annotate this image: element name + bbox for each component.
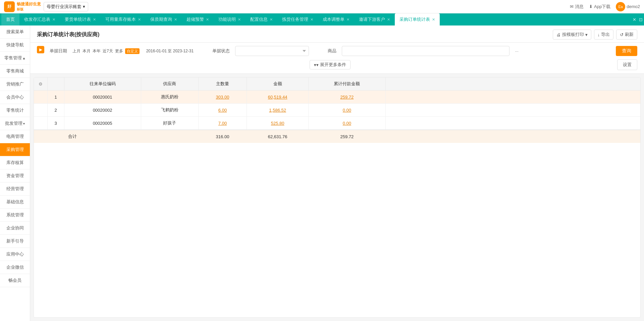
column-settings-icon[interactable]: ⚙ bbox=[39, 82, 43, 87]
shortcut-this-year[interactable]: 本年 bbox=[93, 48, 101, 54]
footer-label: 合计 bbox=[64, 130, 198, 143]
tab-chaochuyujing[interactable]: 超储预警 ✕ bbox=[182, 13, 214, 25]
export-button[interactable]: ↓ 导出 bbox=[594, 30, 614, 40]
sidebar-item-quicknav[interactable]: 快捷导航 bbox=[0, 39, 30, 52]
shortcut-more[interactable]: 更多 bbox=[115, 48, 123, 54]
close-icon[interactable]: ✕ bbox=[174, 17, 177, 22]
message-button[interactable]: ✉ 消息 bbox=[570, 4, 584, 10]
row-supplier: 飞鹤奶粉 bbox=[141, 104, 198, 117]
setting-button[interactable]: 设置 bbox=[617, 59, 637, 70]
tab-peizhi[interactable]: 配置信息 ✕ bbox=[246, 13, 277, 25]
filter-row-1: 单据日期 上月 本月 本年 近7天 更多 自定义 2016-01-01 至 20… bbox=[50, 46, 610, 56]
table-header-row: ⚙ 往来单位编码 供应商 主数量 金额 累计付款金额 bbox=[34, 77, 640, 91]
sidebar-item-finance[interactable]: 资金管理 bbox=[0, 169, 30, 182]
nav-close-icon[interactable]: ✕ bbox=[633, 17, 636, 22]
close-icon[interactable]: ✕ bbox=[206, 17, 209, 22]
sidebar-item-wholesale[interactable]: 批发管理 ▾ bbox=[0, 117, 30, 130]
sidebar-item-retailshop[interactable]: 零售商城 bbox=[0, 65, 30, 78]
sidebar-item-appcenter[interactable]: 应用中心 bbox=[0, 248, 30, 261]
nav-expand-icon[interactable]: ⊡ bbox=[639, 17, 643, 22]
index-col-header bbox=[47, 77, 64, 91]
row-amount[interactable]: 60,519.44 bbox=[247, 91, 309, 104]
tab-chengben[interactable]: 成本调整单 ✕ bbox=[318, 13, 354, 25]
close-icon[interactable]: ✕ bbox=[432, 17, 435, 22]
goods-more-icon[interactable]: ··· bbox=[515, 49, 519, 54]
tab-home[interactable]: 首页 bbox=[1, 13, 19, 25]
sidebar-item-enterprise[interactable]: 企业协同 bbox=[0, 222, 30, 235]
filter-query-section: 查询 设置 bbox=[616, 46, 637, 70]
row-paid[interactable]: 0.00 bbox=[309, 117, 385, 130]
tab-baozhiqi[interactable]: 保质期查询 ✕ bbox=[146, 13, 182, 25]
tab-yaohuo[interactable]: 要货单统计表 ✕ bbox=[60, 13, 101, 25]
refresh-button[interactable]: ↺ 刷新 bbox=[616, 30, 637, 40]
shortcut-7days[interactable]: 近7天 bbox=[103, 48, 113, 54]
sidebar-item-search[interactable]: 搜索菜单 bbox=[0, 25, 30, 39]
tab-keyong[interactable]: 可用量库存账本 ✕ bbox=[101, 13, 146, 25]
shortcut-this-month[interactable]: 本月 bbox=[83, 48, 91, 54]
filter-toggle[interactable]: ▶ bbox=[37, 46, 44, 53]
tab-yaoqing[interactable]: 邀请下游客户 ✕ bbox=[354, 13, 395, 25]
date-label: 单据日期 bbox=[50, 48, 67, 54]
row-qty[interactable]: 303.00 bbox=[198, 91, 247, 104]
tab-gongneng[interactable]: 功能说明 ✕ bbox=[214, 13, 246, 25]
user-area[interactable]: Ea demo2 bbox=[616, 2, 640, 11]
sidebar-item-marketing[interactable]: 营销推广 bbox=[0, 78, 30, 91]
tab-zhihuo-label: 拣货任务管理 bbox=[282, 16, 308, 22]
sidebar-item-operation[interactable]: 经营管理 bbox=[0, 182, 30, 196]
sidebar-item-sysmanage[interactable]: 系统管理 bbox=[0, 209, 30, 222]
close-icon[interactable]: ✕ bbox=[346, 17, 350, 22]
tab-zhihuo[interactable]: 拣货任务管理 ✕ bbox=[277, 13, 318, 25]
amount-col-header: 金额 bbox=[247, 77, 309, 91]
close-icon[interactable]: ✕ bbox=[52, 17, 55, 22]
close-icon[interactable]: ✕ bbox=[270, 17, 273, 22]
sidebar-item-ecommerce[interactable]: 电商管理 bbox=[0, 130, 30, 143]
close-icon[interactable]: ✕ bbox=[387, 17, 390, 22]
row-qty[interactable]: 6.00 bbox=[198, 104, 247, 117]
filter-section: ▶ 单据日期 上月 本月 本年 近7天 更多 自定义 2016-01-01 至 … bbox=[37, 46, 637, 70]
goods-input[interactable] bbox=[342, 46, 509, 56]
row-check[interactable] bbox=[34, 117, 47, 130]
sidebar-item-member[interactable]: 会员中心 bbox=[0, 91, 30, 104]
close-icon[interactable]: ✕ bbox=[93, 17, 96, 22]
row-paid[interactable]: 0.00 bbox=[309, 104, 385, 117]
close-icon[interactable]: ✕ bbox=[238, 17, 241, 22]
workspace-selector[interactable]: 母婴行业演示账套 ▾ bbox=[44, 2, 88, 11]
close-icon[interactable]: ✕ bbox=[138, 17, 141, 22]
username-label: demo2 bbox=[627, 4, 640, 9]
query-button[interactable]: 查询 bbox=[616, 46, 637, 56]
sidebar-item-basicinfo[interactable]: 基础信息 bbox=[0, 196, 30, 209]
app-download-button[interactable]: ⬇ App下载 bbox=[589, 4, 610, 10]
expand-icon: ▾▾ bbox=[314, 62, 319, 67]
tab-caigou[interactable]: 采购订单统计表 ✕ bbox=[395, 13, 440, 25]
date-range-display: 2016-01-01 至 2023-12-31 bbox=[146, 48, 194, 54]
sidebar-item-newguide[interactable]: 新手引导 bbox=[0, 235, 30, 248]
row-paid[interactable]: 259.72 bbox=[309, 91, 385, 104]
footer-extra bbox=[385, 130, 640, 143]
row-code: 00020005 bbox=[64, 117, 141, 130]
sidebar-item-purchase[interactable]: 采购管理 bbox=[0, 143, 30, 156]
status-select[interactable] bbox=[235, 46, 309, 56]
tab-yaoqing-label: 邀请下游客户 bbox=[359, 16, 385, 22]
row-amount[interactable]: 1,586.52 bbox=[247, 104, 309, 117]
workspace-label: 母婴行业演示账套 bbox=[47, 4, 82, 10]
tab-baozhiqi-label: 保质期查询 bbox=[150, 16, 172, 22]
row-check[interactable] bbox=[34, 91, 47, 104]
avatar: Ea bbox=[616, 2, 625, 11]
content-area: 采购订单统计表(按供应商) 🖨 按模板打印 ▾ ↓ 导出 ↺ 刷新 bbox=[30, 25, 644, 321]
sidebar-item-retailstat[interactable]: 零售统计 bbox=[0, 104, 30, 117]
sidebar-item-inventory[interactable]: 库存核算 bbox=[0, 156, 30, 169]
close-icon[interactable]: ✕ bbox=[310, 17, 313, 22]
row-amount[interactable]: 525.80 bbox=[247, 117, 309, 130]
expand-more-button[interactable]: ▾▾ 展开更多条件 bbox=[310, 60, 351, 69]
sidebar-item-enterprisewx[interactable]: 企业微信 bbox=[0, 261, 30, 274]
table-footer-row: 合计 316.00 62,631.76 259.72 bbox=[34, 130, 640, 143]
tab-shoufacun[interactable]: 收发存汇总表 ✕ bbox=[19, 13, 60, 25]
date-shortcuts: 上月 本月 本年 近7天 更多 自定义 bbox=[72, 48, 140, 54]
row-check[interactable] bbox=[34, 104, 47, 117]
shortcut-last-month[interactable]: 上月 bbox=[72, 48, 80, 54]
print-button[interactable]: 🖨 按模板打印 ▾ bbox=[553, 30, 591, 40]
sidebar-item-member2[interactable]: 畅会员 bbox=[0, 274, 30, 287]
row-qty[interactable]: 7.00 bbox=[198, 117, 247, 130]
sidebar-item-retail[interactable]: 零售管理 ▲ bbox=[0, 52, 30, 65]
top-bar-left: 好 畅捷通好生意 标版 母婴行业演示账套 ▾ bbox=[4, 1, 88, 12]
